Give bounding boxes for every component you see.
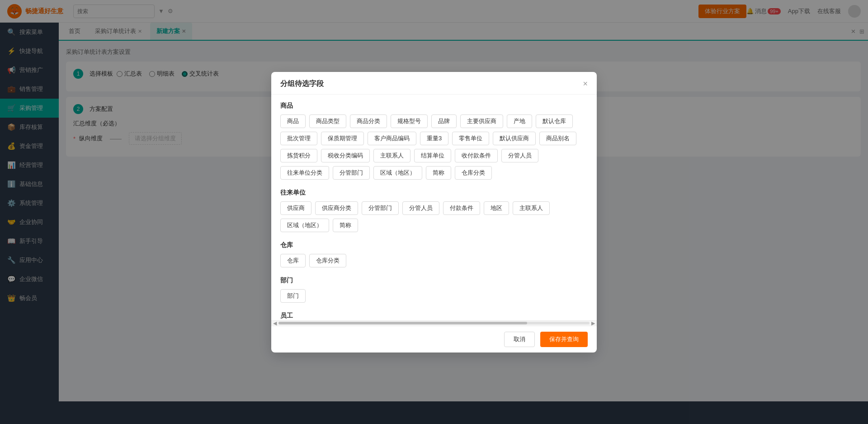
- field-chip-0-0[interactable]: 商品: [280, 114, 306, 128]
- field-section-0: 商品商品商品类型商品分类规格型号品牌主要供应商产地默认仓库批次管理保质期管理客户…: [280, 102, 588, 180]
- modal-header: 分组待选字段 ×: [271, 72, 597, 95]
- field-chip-0-22[interactable]: 分管部门: [333, 166, 370, 180]
- field-chip-0-23[interactable]: 区域（地区）: [373, 166, 422, 180]
- field-chip-0-6[interactable]: 产地: [507, 114, 532, 128]
- field-chip-0-4[interactable]: 品牌: [431, 114, 457, 128]
- field-chip-0-21[interactable]: 往来单位分类: [280, 166, 329, 180]
- modal-footer: 取消 保存并查询: [271, 326, 597, 353]
- field-chip-0-24[interactable]: 简称: [426, 166, 451, 180]
- modal-scrollbar: ◀ ▶: [271, 320, 597, 326]
- field-chip-1-7[interactable]: 区域（地区）: [280, 219, 329, 232]
- field-chip-0-7[interactable]: 默认仓库: [536, 114, 573, 128]
- modal-dialog: 分组待选字段 × 商品商品商品类型商品分类规格型号品牌主要供应商产地默认仓库批次…: [271, 72, 597, 353]
- scrollbar-thumb[interactable]: [278, 322, 527, 324]
- modal-title: 分组待选字段: [280, 79, 324, 89]
- field-chip-0-9[interactable]: 保质期管理: [321, 132, 364, 145]
- field-section-1: 往来单位供应商供应商分类分管部门分管人员付款条件地区主联系人区域（地区）简称: [280, 189, 588, 232]
- section-title-0: 商品: [280, 102, 588, 110]
- field-chip-1-4[interactable]: 付款条件: [443, 201, 480, 215]
- field-chip-1-2[interactable]: 分管部门: [362, 201, 399, 215]
- field-chip-0-15[interactable]: 拣货积分: [280, 149, 317, 162]
- scrollbar-track: [278, 322, 590, 324]
- field-chip-0-19[interactable]: 收付款条件: [455, 149, 498, 162]
- field-chip-0-13[interactable]: 默认供应商: [493, 132, 536, 145]
- field-chip-0-3[interactable]: 规格型号: [391, 114, 428, 128]
- field-chip-1-6[interactable]: 主联系人: [513, 201, 550, 215]
- field-chip-0-8[interactable]: 批次管理: [280, 132, 317, 145]
- field-chips-1: 供应商供应商分类分管部门分管人员付款条件地区主联系人区域（地区）简称: [280, 201, 588, 232]
- confirm-button[interactable]: 保存并查询: [540, 332, 588, 347]
- field-chip-1-8[interactable]: 简称: [333, 219, 358, 232]
- field-chip-3-0[interactable]: 部门: [280, 289, 306, 303]
- field-chip-2-0[interactable]: 仓库: [280, 254, 306, 267]
- field-section-3: 部门部门: [280, 276, 588, 303]
- field-chip-0-5[interactable]: 主要供应商: [460, 114, 503, 128]
- field-chip-0-14[interactable]: 商品别名: [539, 132, 576, 145]
- field-section-4: 员工业务员: [280, 312, 588, 320]
- field-chip-0-20[interactable]: 分管人员: [501, 149, 538, 162]
- field-chip-1-3[interactable]: 分管人员: [402, 201, 439, 215]
- field-chip-1-5[interactable]: 地区: [484, 201, 509, 215]
- field-chip-0-18[interactable]: 结算单位: [414, 149, 451, 162]
- modal-close-button[interactable]: ×: [583, 80, 588, 88]
- cancel-button[interactable]: 取消: [504, 332, 535, 347]
- field-section-2: 仓库仓库仓库分类: [280, 241, 588, 267]
- field-chip-0-1[interactable]: 商品类型: [309, 114, 346, 128]
- field-chip-1-0[interactable]: 供应商: [280, 201, 311, 215]
- section-title-2: 仓库: [280, 241, 588, 249]
- field-chip-0-10[interactable]: 客户商品编码: [368, 132, 416, 145]
- field-chip-0-11[interactable]: 重量3: [420, 132, 448, 145]
- section-title-4: 员工: [280, 312, 588, 320]
- section-title-1: 往来单位: [280, 189, 588, 197]
- section-title-3: 部门: [280, 276, 588, 285]
- field-chips-2: 仓库仓库分类: [280, 254, 588, 267]
- field-chip-0-12[interactable]: 零售单位: [452, 132, 489, 145]
- field-chip-0-2[interactable]: 商品分类: [350, 114, 387, 128]
- field-chip-1-1[interactable]: 供应商分类: [315, 201, 358, 215]
- modal-body: 商品商品商品类型商品分类规格型号品牌主要供应商产地默认仓库批次管理保质期管理客户…: [271, 95, 597, 320]
- field-chip-0-17[interactable]: 主联系人: [373, 149, 410, 162]
- modal-overlay: 分组待选字段 × 商品商品商品类型商品分类规格型号品牌主要供应商产地默认仓库批次…: [0, 0, 868, 424]
- field-chips-3: 部门: [280, 289, 588, 303]
- field-chip-0-25[interactable]: 仓库分类: [455, 166, 492, 180]
- field-chip-0-16[interactable]: 税收分类编码: [321, 149, 370, 162]
- field-chips-0: 商品商品类型商品分类规格型号品牌主要供应商产地默认仓库批次管理保质期管理客户商品…: [280, 114, 588, 180]
- field-chip-2-1[interactable]: 仓库分类: [309, 254, 346, 267]
